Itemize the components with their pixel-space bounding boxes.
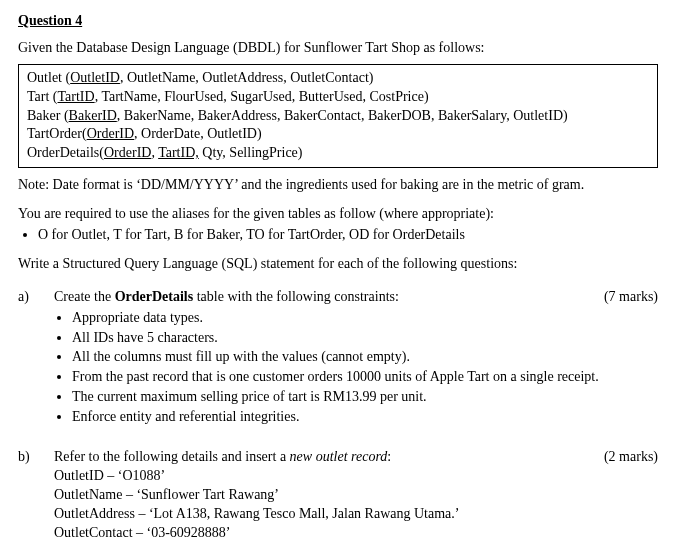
- part-b-label: b): [18, 448, 54, 467]
- lead-bold: OrderDetails: [115, 289, 194, 304]
- table-name: Outlet: [27, 70, 62, 85]
- aliases-line: O for Outlet, T for Tart, B for Baker, T…: [38, 226, 658, 245]
- table-name: TartOrder: [27, 126, 82, 141]
- lead-pre: Refer to the following details and inser…: [54, 449, 290, 464]
- cols: Qty, SellingPrice): [199, 145, 303, 160]
- part-a-bullets: Appropriate data types. All IDs have 5 c…: [54, 309, 658, 427]
- dbdl-orderdetails: OrderDetails(OrderID, TartID, Qty, Selli…: [27, 144, 649, 163]
- table-name: OrderDetails: [27, 145, 99, 160]
- cols: , OrderDate, OutletID): [134, 126, 262, 141]
- question-title: Question 4: [18, 12, 658, 31]
- bullet: All the columns must fill up with the va…: [72, 348, 658, 367]
- table-name: Tart: [27, 89, 49, 104]
- part-a-label: a): [18, 288, 54, 307]
- table-name: Baker: [27, 108, 60, 123]
- lead-pre: Create the: [54, 289, 115, 304]
- part-a-lead: Create the OrderDetails table with the f…: [54, 288, 399, 307]
- intro-text: Given the Database Design Language (DBDL…: [18, 39, 658, 58]
- part-a: a) Create the OrderDetails table with th…: [18, 288, 658, 428]
- sql-instruction: Write a Structured Query Language (SQL) …: [18, 255, 658, 274]
- bullet: From the past record that is one custome…: [72, 368, 658, 387]
- part-a-marks: (7 marks): [604, 288, 658, 307]
- detail-line: OutletAddress – ‘Lot A138, Rawang Tesco …: [54, 505, 658, 524]
- pk2: TartID,: [158, 145, 199, 160]
- dbdl-outlet: Outlet (OutletID, OutletName, OutletAddr…: [27, 69, 649, 88]
- part-b-lead: Refer to the following details and inser…: [54, 448, 391, 467]
- dbdl-tartorder: TartOrder(OrderID, OrderDate, OutletID): [27, 125, 649, 144]
- lead-post: table with the following constraints:: [193, 289, 399, 304]
- dbdl-baker: Baker (BakerID, BakerName, BakerAddress,…: [27, 107, 649, 126]
- bullet: Enforce entity and referential integriti…: [72, 408, 658, 427]
- bullet: The current maximum selling price of tar…: [72, 388, 658, 407]
- dbdl-tart: Tart (TartID, TartName, FlourUsed, Sugar…: [27, 88, 649, 107]
- note-text: Note: Date format is ‘DD/MM/YYYY’ and th…: [18, 176, 658, 195]
- aliases-list: O for Outlet, T for Tart, B for Baker, T…: [18, 226, 658, 245]
- cols: , OutletName, OutletAddress, OutletConta…: [120, 70, 374, 85]
- pk: OutletID: [70, 70, 120, 85]
- pk: BakerID: [69, 108, 117, 123]
- cols: , TartName, FlourUsed, SugarUsed, Butter…: [95, 89, 429, 104]
- detail-line: OutletContact – ‘03-60928888’: [54, 524, 658, 543]
- cols: , BakerName, BakerAddress, BakerContact,…: [117, 108, 568, 123]
- aliases-intro: You are required to use the aliases for …: [18, 205, 658, 224]
- part-b: b) Refer to the following details and in…: [18, 448, 658, 542]
- part-b-marks: (2 marks): [604, 448, 658, 467]
- bullet: All IDs have 5 characters.: [72, 329, 658, 348]
- bullet: Appropriate data types.: [72, 309, 658, 328]
- lead-post: :: [387, 449, 391, 464]
- pk: OrderID: [87, 126, 134, 141]
- detail-line: OutletID – ‘O1088’: [54, 467, 658, 486]
- pk1: OrderID: [104, 145, 151, 160]
- detail-line: OutletName – ‘Sunflower Tart Rawang’: [54, 486, 658, 505]
- lead-italic: new outlet record: [290, 449, 388, 464]
- pk: TartID: [58, 89, 95, 104]
- dbdl-box: Outlet (OutletID, OutletName, OutletAddr…: [18, 64, 658, 168]
